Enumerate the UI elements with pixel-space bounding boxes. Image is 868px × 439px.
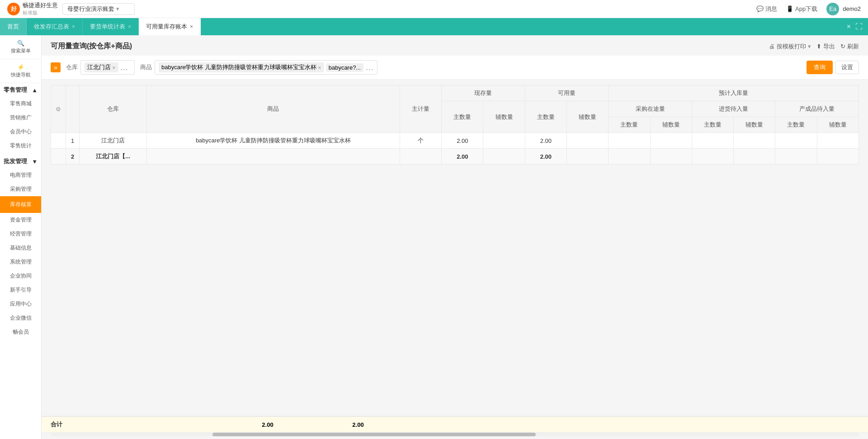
sidebar-item-finance[interactable]: 资金管理 [0,213,41,227]
warehouse-tag-close[interactable]: × [112,64,116,71]
sidebar-item-enterprise-wechat[interactable]: 企业微信 [0,311,41,325]
tab-order-stats[interactable]: 要货单统计表 × [83,18,139,35]
avatar: Ea [826,3,839,15]
page-header: 可用量查询(按仓库+商品) 🖨 按模板打印 ▾ ⬆ 导出 ↻ 刷新 [42,35,868,56]
sidebar-item-basic-info[interactable]: 基础信息 [0,241,41,255]
settings-btn[interactable]: 设置 [835,61,859,74]
tab-receivable-label: 收发存汇总表 [34,23,69,31]
th-planned-group: 预计入库量 [609,85,859,101]
cell-inb-sub-2 [734,149,775,165]
cell-pur-main-1 [609,133,650,149]
sidebar-search[interactable]: 🔍 搜索菜单 [0,35,41,59]
th-warehouse: 仓库 [80,85,147,133]
table-wrap: ⚙ 仓库 商品 主计量 现存量 可用量 预计入库量 主数量 辅数量 主数量 [42,80,868,416]
warehouse-label: 仓库 [66,63,78,71]
query-btn[interactable]: 查询 [807,61,833,74]
sidebar-wholesale-mgmt[interactable]: 批发管理 ▼ [0,155,41,168]
th-gear[interactable]: ⚙ [51,85,66,133]
nav-tabs: 首页 收发存汇总表 × 要货单统计表 × 可用量库存账本 × × ⛶ [0,18,868,35]
header-actions: 🖨 按模板打印 ▾ ⬆ 导出 ↻ 刷新 [769,42,859,51]
message-icon: 💬 [756,5,764,12]
product-tag-1-close[interactable]: × [318,64,321,71]
th-stock-sub: 辅数量 [483,101,525,133]
sidebar-shortcut-label: 快捷导航 [11,71,31,78]
cell-avail-main-2: 2.00 [525,149,566,165]
logo-area: 好 畅捷通好生意 标准版 [7,2,58,16]
th-rownum [66,85,80,133]
sidebar-item-operations[interactable]: 经营管理 [0,227,41,241]
message-btn[interactable]: 💬 消息 [756,5,777,13]
close-all-tabs-btn[interactable]: × [847,23,851,31]
sidebar-item-inventory[interactable]: 库存核算 [0,196,41,213]
arrow-icon: ▲ [32,87,38,94]
th-unit: 主计量 [400,85,441,133]
logo-icon: 好 [7,3,20,15]
arrow-down-icon: ▼ [32,158,38,165]
search-icon: 🔍 [17,40,24,47]
sidebar-item-ecommerce[interactable]: 电商管理 [0,168,41,182]
th-purchase-main: 主数量 [609,117,650,133]
cell-prod-sub-1 [817,133,859,149]
warehouse-more-icon[interactable]: … [120,63,128,72]
fullscreen-btn[interactable]: ⛶ [855,23,863,31]
export-btn[interactable]: ⬆ 导出 [816,42,835,51]
tab-home[interactable]: 首页 [0,18,27,35]
close-order-stats-icon[interactable]: × [128,24,131,30]
refresh-icon: ↻ [840,43,845,50]
phone-icon: 📱 [786,5,793,12]
sidebar-retail-mgmt[interactable]: 零售管理 ▲ [0,83,41,97]
cell-stock-main-2: 2.00 [442,149,483,165]
tab-order-stats-label: 要货单统计表 [90,23,125,31]
company-selector[interactable]: 母婴行业演示账套 ▾ [62,3,135,15]
template-print-btn[interactable]: 🖨 按模板打印 ▾ [769,42,811,51]
user-menu[interactable]: Ea demo2 [826,3,861,15]
th-product: 商品 [146,85,400,133]
print-icon: 🖨 [769,43,775,50]
sidebar-item-retail-stats[interactable]: 零售统计 [0,139,41,153]
tab-available-stock[interactable]: 可用量库存账本 × [139,18,201,35]
shortcut-icon: ⚡ [17,64,24,71]
sidebar-shortcut[interactable]: ⚡ 快捷导航 [0,59,41,83]
cell-avail-main-1: 2.00 [525,133,566,149]
cell-rownum-1: 1 [66,133,80,149]
gear-icon[interactable]: ⚙ [56,106,61,113]
sidebar-item-purchase[interactable]: 采购管理 [0,182,41,196]
product-more-icon[interactable]: … [365,63,373,72]
sidebar-item-marketing[interactable]: 营销推广 [0,111,41,125]
cell-stock-sub-2 [483,149,525,165]
horizontal-scrollbar[interactable] [51,433,859,436]
filter-expand-btn[interactable]: » [51,62,61,72]
sidebar-item-system[interactable]: 系统管理 [0,255,41,269]
cell-prod-main-2 [775,149,817,165]
sidebar-item-enterprise-collab[interactable]: 企业协同 [0,269,41,283]
cell-avail-sub-1 [566,133,608,149]
sidebar-item-member[interactable]: 畅会员 [0,325,41,339]
close-receivable-icon[interactable]: × [72,24,75,30]
sidebar-item-member-center[interactable]: 会员中心 [0,125,41,139]
refresh-btn[interactable]: ↻ 刷新 [840,42,859,51]
sidebar-item-new-guide[interactable]: 新手引导 [0,283,41,297]
sidebar-item-retail-mall[interactable]: 零售商城 [0,97,41,111]
app-download-btn[interactable]: 📱 App下载 [786,5,817,13]
table-footer: 合计 2.00 2.00 [42,416,868,433]
close-available-stock-icon[interactable]: × [190,24,193,30]
product-input[interactable]: babycare学饮杯 儿童防摔防撞吸管杯重力球吸嘴杯宝宝水杯 × babyca… [155,60,377,75]
th-production-sub: 辅数量 [817,117,859,133]
cell-rownum-2: 2 [66,149,80,165]
th-production-group: 产成品待入量 [775,101,859,117]
product-tag-2: babycare?... [326,63,364,72]
sidebar-item-app-center[interactable]: 应用中心 [0,297,41,311]
filter-bar: » 仓库 江北门店 × … 商品 babycare学饮杯 儿童防摔防撞吸管杯重力… [42,56,868,80]
export-icon: ⬆ [816,43,821,50]
table-row: 1 江北门店 babycare学饮杯 儿童防摔防撞吸管杯重力球吸嘴杯宝宝水杯 个… [51,133,859,149]
tab-receivable[interactable]: 收发存汇总表 × [27,18,83,35]
top-bar-left: 好 畅捷通好生意 标准版 母婴行业演示账套 ▾ [7,2,135,16]
sidebar-search-label: 搜索菜单 [11,47,31,54]
tab-available-stock-label: 可用量库存账本 [146,23,187,31]
cell-product-1: babycare学饮杯 儿童防摔防撞吸管杯重力球吸嘴杯宝宝水杯 [146,133,400,149]
scroll-thumb[interactable] [212,433,536,436]
cell-inb-sub-1 [734,133,775,149]
warehouse-input[interactable]: 江北门店 × … [80,60,135,75]
nav-actions: × ⛶ [841,18,868,35]
product-label: 商品 [140,63,152,71]
